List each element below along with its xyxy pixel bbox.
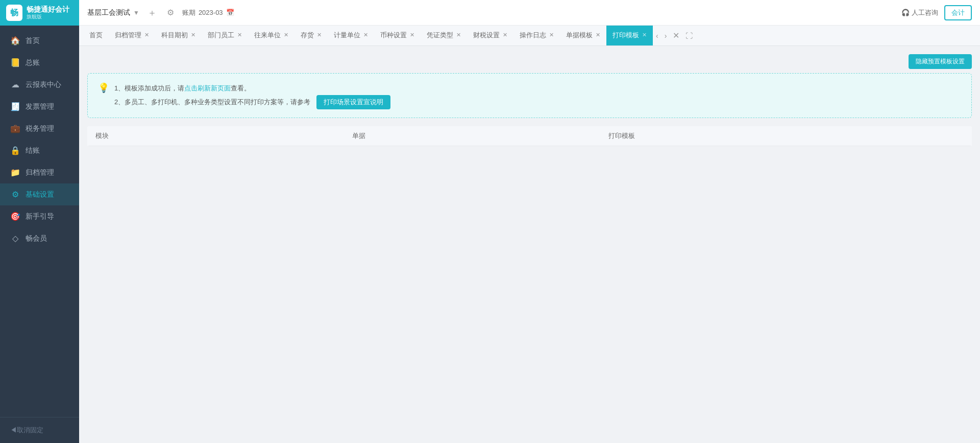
tab-oplog-close[interactable]: ✕ bbox=[549, 32, 554, 38]
sidebar-item-settings[interactable]: ⚙ 基础设置 bbox=[0, 183, 79, 205]
main-area: 基层工会测试 ▼ ＋ ⚙ 账期 2023-03 📅 🎧 人工咨询 会计 首页 归… bbox=[79, 0, 980, 443]
tab-print[interactable]: 打印模板 ✕ bbox=[606, 26, 653, 46]
user-role-button[interactable]: 会计 bbox=[944, 5, 972, 20]
tab-home[interactable]: 首页 bbox=[83, 26, 109, 46]
tab-subject-label: 科目期初 bbox=[161, 31, 188, 40]
sidebar-item-tax-label: 税务管理 bbox=[26, 124, 54, 133]
tab-unit-label: 计量单位 bbox=[334, 31, 360, 40]
archive-icon: 📁 bbox=[10, 168, 20, 177]
tab-template[interactable]: 单据模板 ✕ bbox=[560, 26, 606, 46]
tab-taxsettings-close[interactable]: ✕ bbox=[503, 32, 507, 38]
tab-dept[interactable]: 部门员工 ✕ bbox=[202, 26, 248, 46]
close-month-icon: 🔒 bbox=[10, 146, 20, 155]
tab-taxsettings[interactable]: 财税设置 ✕ bbox=[467, 26, 513, 46]
tab-template-close[interactable]: ✕ bbox=[596, 32, 600, 38]
invoice-icon: 🧾 bbox=[10, 102, 20, 111]
tab-unit-close[interactable]: ✕ bbox=[363, 32, 368, 38]
sidebar-item-member[interactable]: ◇ 畅会员 bbox=[0, 227, 79, 249]
sidebar-item-member-label: 畅会员 bbox=[26, 234, 47, 243]
guide-icon: 🎯 bbox=[10, 212, 20, 221]
calendar-icon[interactable]: 📅 bbox=[226, 9, 234, 16]
sidebar-item-tax[interactable]: 💼 税务管理 bbox=[0, 118, 79, 139]
org-chevron-icon: ▼ bbox=[133, 9, 139, 16]
sidebar-item-settings-label: 基础设置 bbox=[26, 190, 54, 199]
topbar: 基层工会测试 ▼ ＋ ⚙ 账期 2023-03 📅 🎧 人工咨询 会计 bbox=[79, 0, 980, 26]
tab-customer-label: 往来单位 bbox=[254, 31, 281, 40]
tab-next-button[interactable]: › bbox=[662, 30, 670, 42]
info-box: 💡 1、模板添加成功后，请点击刷新新页面查看。 2、多员工、多打印机、多种业务类… bbox=[87, 73, 972, 118]
tab-unit[interactable]: 计量单位 ✕ bbox=[328, 26, 374, 46]
topbar-gear-icon[interactable]: ⚙ bbox=[165, 6, 176, 19]
logo-icon: 畅 bbox=[6, 5, 22, 21]
info-line1-post: 查看。 bbox=[231, 84, 251, 92]
tab-inventory-close[interactable]: ✕ bbox=[317, 32, 322, 38]
sidebar-unpin[interactable]: ◀取消固定 bbox=[0, 417, 79, 443]
tab-dept-close[interactable]: ✕ bbox=[237, 32, 242, 38]
tab-taxsettings-label: 财税设置 bbox=[473, 31, 500, 40]
sidebar-item-ledger[interactable]: 📒 总账 bbox=[0, 52, 79, 74]
sidebar: 畅 畅捷通好会计 旗舰版 🏠 首页 📒 总账 ☁ 云报表中心 🧾 发票管理 💼 … bbox=[0, 0, 79, 443]
tab-expand-button[interactable]: ⛶ bbox=[682, 30, 696, 42]
print-template-table: 模块 单据 打印模板 bbox=[87, 126, 972, 146]
print-scene-button[interactable]: 打印场景设置宣说明 bbox=[316, 95, 390, 109]
col-template: 打印模板 bbox=[600, 126, 972, 146]
app-logo: 畅 畅捷通好会计 旗舰版 bbox=[0, 0, 79, 26]
tab-subject-close[interactable]: ✕ bbox=[191, 32, 195, 38]
tab-customer[interactable]: 往来单位 ✕ bbox=[248, 26, 295, 46]
sidebar-item-home-label: 首页 bbox=[26, 36, 40, 45]
tab-currency-label: 币种设置 bbox=[380, 31, 407, 40]
sidebar-nav: 🏠 首页 📒 总账 ☁ 云报表中心 🧾 发票管理 💼 税务管理 🔒 结账 📁 归… bbox=[0, 26, 79, 417]
info-line2: 2、多员工、多打印机、多种业务类型设置不同打印方案等，请参考 打印场景设置宣说明 bbox=[114, 95, 390, 109]
tab-inventory[interactable]: 存货 ✕ bbox=[295, 26, 328, 46]
sidebar-item-reports[interactable]: ☁ 云报表中心 bbox=[0, 74, 79, 96]
tab-voucher-label: 凭证类型 bbox=[427, 31, 453, 40]
tab-print-label: 打印模板 bbox=[612, 31, 639, 40]
tab-currency[interactable]: 币种设置 ✕ bbox=[374, 26, 421, 46]
member-icon: ◇ bbox=[10, 234, 20, 243]
info-line1: 1、模板添加成功后，请点击刷新新页面查看。 bbox=[114, 82, 390, 95]
sidebar-item-invoice[interactable]: 🧾 发票管理 bbox=[0, 96, 79, 118]
tab-currency-close[interactable]: ✕ bbox=[410, 32, 414, 38]
hide-template-button[interactable]: 隐藏预置模板设置 bbox=[909, 54, 972, 69]
tab-archive-label: 归档管理 bbox=[115, 31, 141, 40]
col-module: 模块 bbox=[87, 126, 344, 146]
app-name: 畅捷通好会计 bbox=[27, 5, 69, 14]
settings-icon: ⚙ bbox=[10, 190, 20, 199]
tab-inventory-label: 存货 bbox=[301, 31, 314, 40]
support-label: 人工咨询 bbox=[912, 8, 938, 17]
tab-customer-close[interactable]: ✕ bbox=[284, 32, 288, 38]
period-value: 2023-03 bbox=[199, 9, 223, 16]
sidebar-item-ledger-label: 总账 bbox=[26, 58, 40, 67]
refresh-link[interactable]: 点击刷新新页面 bbox=[184, 84, 231, 92]
add-tab-button[interactable]: ＋ bbox=[145, 5, 159, 21]
sidebar-item-guide-label: 新手引导 bbox=[26, 212, 54, 221]
topbar-right: 🎧 人工咨询 会计 bbox=[901, 5, 972, 20]
tab-archive-close[interactable]: ✕ bbox=[144, 32, 149, 38]
bulb-icon: 💡 bbox=[98, 82, 109, 94]
headset-icon: 🎧 bbox=[901, 9, 910, 16]
tab-prev-button[interactable]: ‹ bbox=[653, 30, 662, 42]
tabbar: 首页 归档管理 ✕ 科目期初 ✕ 部门员工 ✕ 往来单位 ✕ 存货 ✕ 计量单位… bbox=[79, 26, 980, 46]
home-icon: 🏠 bbox=[10, 36, 20, 45]
tab-close-all-button[interactable]: ✕ bbox=[670, 29, 682, 42]
tab-voucher[interactable]: 凭证类型 ✕ bbox=[421, 26, 467, 46]
sidebar-item-close[interactable]: 🔒 结账 bbox=[0, 139, 79, 161]
tab-archive[interactable]: 归档管理 ✕ bbox=[109, 26, 155, 46]
sidebar-item-archive[interactable]: 📁 归档管理 bbox=[0, 161, 79, 183]
period-display: 账期 2023-03 📅 bbox=[182, 8, 234, 17]
tab-print-close[interactable]: ✕ bbox=[642, 32, 647, 38]
col-doc: 单据 bbox=[344, 126, 601, 146]
unpin-label: ◀取消固定 bbox=[10, 426, 43, 435]
support-button[interactable]: 🎧 人工咨询 bbox=[901, 8, 938, 17]
tab-home-label: 首页 bbox=[89, 31, 103, 40]
org-selector[interactable]: 基层工会测试 ▼ bbox=[87, 8, 139, 17]
tab-oplog[interactable]: 操作日志 ✕ bbox=[513, 26, 560, 46]
info-line1-pre: 1、模板添加成功后，请 bbox=[114, 84, 184, 92]
sidebar-item-guide[interactable]: 🎯 新手引导 bbox=[0, 205, 79, 227]
period-label: 账期 bbox=[182, 8, 195, 17]
tab-dept-label: 部门员工 bbox=[208, 31, 234, 40]
tab-voucher-close[interactable]: ✕ bbox=[456, 32, 461, 38]
tab-subject[interactable]: 科目期初 ✕ bbox=[155, 26, 202, 46]
ledger-icon: 📒 bbox=[10, 58, 20, 67]
sidebar-item-home[interactable]: 🏠 首页 bbox=[0, 30, 79, 52]
